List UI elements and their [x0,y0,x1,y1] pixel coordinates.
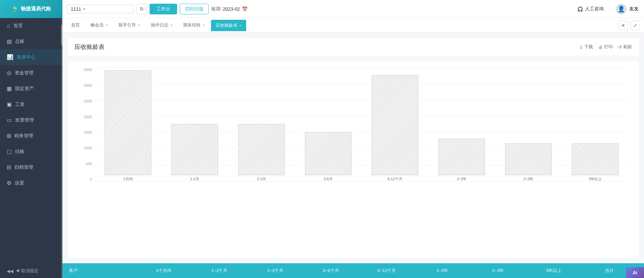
invoice-icon: ▭ [7,117,12,123]
tax-icon: ⊞ [7,133,11,139]
tab-oplog-label: 操作日志 [151,22,168,28]
table-col-1-2y: 1~2年 [415,268,470,274]
table-col-2-3y: 2~3年 [470,268,526,274]
tab-oplog[interactable]: 操作日志 × [146,19,177,31]
sidebar-label-ledger: 总账 [15,39,24,45]
headset-icon: 🎧 [577,6,583,12]
consult-button[interactable]: 🎧 人工咨询 [577,6,604,12]
grid-line-1 [95,84,629,84]
grid-line-5 [95,149,629,149]
table-col-customer: 客户 [69,268,136,274]
sidebar-label-salary: 工资 [15,101,24,108]
sidebar-label-reports: 报表中心 [17,54,36,60]
print-icon: 🖨 [598,45,603,50]
period-label: 账期 [211,6,221,12]
ledger-icon: ▤ [7,38,12,45]
tab-vip[interactable]: 畅会员 × [86,19,112,31]
period-value: 2023-02 [223,6,240,12]
grid-line-bottom [95,181,629,182]
reports-icon: 📊 [7,54,13,60]
sidebar-item-archive[interactable]: ⊟ 归档管理 [0,159,62,175]
tab-aging-close[interactable]: × [239,23,241,27]
tab-aging[interactable]: 应收账龄表 × [211,20,246,31]
calendar-icon[interactable]: 📅 [242,6,248,12]
y-label-1500: 1500 [84,130,92,134]
print-button[interactable]: 🖨 打印 [598,44,613,50]
y-label-2500c: 2500 [84,99,92,103]
chevron-down-icon: ▾ [83,7,85,11]
expand-tab-button[interactable]: ⤢ [631,21,640,30]
print-label: 打印 [604,44,613,50]
ai-badge[interactable]: Ai [626,267,644,278]
sidebar-label-invoice: 发票管理 [15,117,34,123]
tab-home-label: 首页 [71,22,80,28]
y-label-500: 500 [86,162,92,166]
page-content: 应收账龄表 ⤓ 下载 🖨 打印 ↺ 刷新 [62,33,644,263]
sidebar-item-assets[interactable]: ▦ 固定资产 [0,81,62,96]
logo-icon: 🍃 [12,6,18,12]
sidebar-label-checkout: 结账 [15,149,24,155]
checkout-icon: ▢ [7,148,12,155]
tab-oplog-close[interactable]: × [170,23,172,27]
tabs-bar: 首页 畅会员 × 新手引导 × 操作日志 × 期末结转 × 应收账龄表 × [62,18,644,33]
chart-grid [95,68,629,182]
page-title: 应收账龄表 [74,43,105,51]
tab-guide[interactable]: 新手引导 × [114,19,145,31]
tab-home[interactable]: 首页 [66,19,85,31]
tab-period-close[interactable]: × [203,23,205,27]
sidebar-item-ledger[interactable]: ▤ 总账 [0,33,62,49]
tab-period[interactable]: 期末结转 × [178,19,209,31]
tab-guide-close[interactable]: × [138,23,140,27]
sidebar-item-home[interactable]: ⌂ 首页 [0,18,62,33]
switch-version-button[interactable]: 切到旧版 [180,4,209,14]
download-button[interactable]: ⤓ 下载 [579,44,593,50]
header-company: 1111 ▾ ⧉ 工作台 切到旧版 账期 2023-02 📅 [66,4,573,14]
assets-icon: ▦ [7,85,12,92]
collapse-icon: ◀◀ [7,269,13,274]
y-label-2500a: 2500 [84,68,92,72]
settings-icon: ⚙ [7,180,11,186]
page-header: 应收账龄表 ⤓ 下载 🖨 打印 ↺ 刷新 [68,38,639,56]
divider: | [609,6,610,12]
y-label-2000: 2000 [84,115,92,119]
company-name: 1111 [71,6,81,12]
refresh-label: 刷新 [623,44,632,50]
sidebar-label-archive: 归档管理 [14,164,33,170]
tab-period-label: 期末结转 [183,22,201,28]
period-area: 账期 2023-02 📅 [211,6,248,12]
user-info[interactable]: 👤 友友 [616,4,639,14]
sidebar-item-invoice[interactable]: ▭ 发票管理 [0,112,62,128]
collapse-label: ◀ 取消固定 [15,268,39,274]
funds-icon: ◎ [7,70,11,76]
sidebar-collapse-button[interactable]: ◀◀ ◀ 取消固定 [0,264,62,278]
user-name: 友友 [629,6,639,12]
refresh-button[interactable]: ↺ 刷新 [618,44,632,50]
home-icon: ⌂ [7,23,10,29]
sidebar-label-assets: 固定资产 [15,86,34,92]
table-col-3yplus: 3年以上 [526,268,582,274]
workbench-button[interactable]: 工作台 [150,4,177,14]
copy-button[interactable]: ⧉ [136,4,147,14]
y-label-2500b: 2500 [84,83,92,87]
company-selector[interactable]: 1111 ▾ [66,5,133,13]
close-tab-button[interactable]: ✕ [619,21,628,30]
consult-label: 人工咨询 [585,6,604,12]
tab-vip-close[interactable]: × [106,23,108,27]
sidebar-item-checkout[interactable]: ▢ 结账 [0,144,62,159]
tabs-actions: ✕ ⤢ [619,21,640,30]
sidebar-item-funds[interactable]: ◎ 资金管理 [0,65,62,81]
header-right: 🎧 人工咨询 | 👤 友友 [577,4,639,14]
table-col-2-3m: 2~3个月 [247,268,303,274]
copy-icon: ⧉ [140,6,143,12]
table-header-bar: 客户 1个月内 1~2个月 2~3个月 3~6个月 6~12个月 1~2年 2~… [62,263,644,278]
chart-y-axis: 2500 2500 2500 2000 1500 1000 500 0 [78,68,95,182]
sidebar-item-salary[interactable]: ▣ 工资 [0,96,62,112]
table-col-6-12m: 6~12个月 [359,268,415,274]
archive-icon: ⊟ [7,164,11,170]
sidebar-item-settings[interactable]: ⚙ 设置 [0,175,62,191]
tab-vip-label: 畅会员 [91,22,104,28]
sidebar-item-reports[interactable]: 📊 报表中心 [0,49,62,65]
y-label-1000: 1000 [84,146,92,150]
sidebar-item-tax[interactable]: ⊞ 税务管理 [0,128,62,144]
logo-text: 畅捷通易代账 [21,6,51,12]
